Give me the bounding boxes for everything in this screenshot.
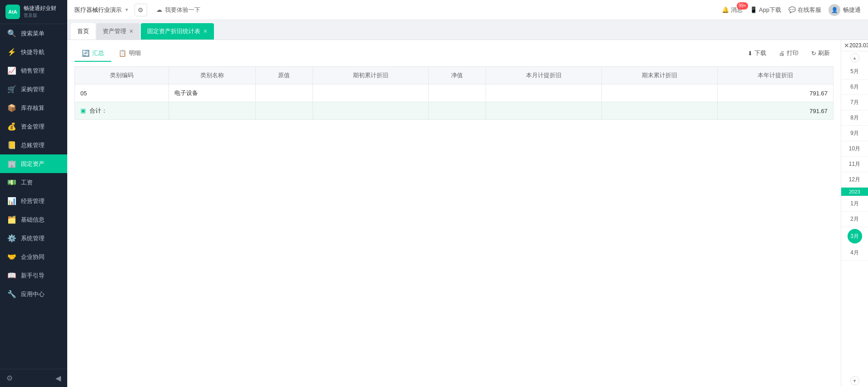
depreciation-table: 类别编码 类别名称 原值 期初累计折旧 净值 本月计提折旧 期末累计折旧 本年计… [74, 66, 833, 120]
tab-home[interactable]: 首页 [71, 23, 95, 40]
date-nav-up[interactable]: ▲ [841, 51, 868, 64]
topbar-right: 🔔 消息 99+ 📱 App下载 💬 在线客服 👤 畅捷通 [722, 4, 861, 16]
handshake-icon: 🤝 [7, 253, 16, 261]
sidebar-item-label: 资金管理 [21, 123, 45, 131]
date-month-3-container: 3月 [841, 227, 868, 245]
depreciation-tab-label: 固定资产折旧统计表 [147, 27, 200, 35]
app-download-button[interactable]: 📱 App下载 [750, 6, 781, 14]
sum-cell-icon: ▣ 合计： [75, 102, 169, 120]
app-name: 畅捷通好业财 [24, 5, 56, 12]
experience-button[interactable]: ☁ 我要体验一下 [153, 4, 204, 16]
down-arrow-icon[interactable]: ▼ [850, 376, 859, 385]
online-service-label: 在线客服 [798, 6, 821, 14]
tab-depreciation[interactable]: 固定资产折旧统计表 ✕ [141, 23, 214, 40]
phone-icon: 📱 [750, 6, 757, 13]
col-original: 原值 [255, 67, 312, 84]
date-month-2[interactable]: 2月 [841, 212, 868, 227]
notifications-badge: 99+ [737, 2, 748, 10]
col-name: 类别名称 [169, 67, 256, 84]
sub-tabs: 🔄 汇总 📋 明细 [74, 45, 148, 61]
sidebar-item-apps[interactable]: 🔧 应用中心 [0, 285, 67, 303]
sidebar-item-collab[interactable]: 🤝 企业协同 [0, 248, 67, 266]
date-panel-close-button[interactable]: ✕ [844, 42, 849, 49]
sub-tab-summary[interactable]: 🔄 汇总 [74, 45, 111, 62]
date-year-2023: 2023 [841, 188, 868, 196]
sidebar-item-funds[interactable]: 💰 资金管理 [0, 117, 67, 136]
sub-tab-detail-label: 明细 [129, 49, 141, 57]
date-month-8[interactable]: 8月 [841, 110, 868, 126]
tabsbar: 首页 资产管理 ✕ 固定资产折旧统计表 ✕ [67, 20, 868, 40]
sidebar-item-guide[interactable]: 📖 新手引导 [0, 266, 67, 285]
company-selector[interactable]: 医疗器械行业演示 ▼ [74, 6, 129, 14]
settings-button[interactable]: ⚙ [134, 4, 147, 16]
sidebar-item-inventory[interactable]: 📦 库存核算 [0, 99, 67, 117]
date-month-12[interactable]: 12月 [841, 172, 868, 188]
cloud-icon: ☁ [156, 6, 162, 13]
date-nav-down[interactable]: ▼ [841, 374, 868, 387]
sum-end-accum [602, 102, 718, 120]
sidebar-item-assets[interactable]: 🏢 固定资产 [0, 154, 67, 173]
sum-icon: ▣ [80, 107, 86, 114]
sidebar-item-label: 应用中心 [21, 290, 45, 298]
cell-name: 电子设备 [169, 84, 256, 102]
table-row: 05 电子设备 791.67 [75, 84, 833, 102]
col-net: 净值 [428, 67, 486, 84]
sidebar-item-payroll[interactable]: 💵 工资 [0, 173, 67, 192]
sidebar-item-label: 系统管理 [21, 234, 45, 243]
date-month-5[interactable]: 5月 [841, 64, 868, 79]
date-list: 5月 6月 7月 8月 9月 10月 11月 12月 2023 1月 2月 3月… [841, 64, 868, 374]
sidebar-item-quicknav[interactable]: ⚡ 快捷导航 [0, 43, 67, 61]
cell-net [428, 84, 486, 102]
sidebar-item-label: 总账管理 [21, 141, 45, 149]
download-button[interactable]: ⬇ 下载 [744, 47, 770, 59]
avatar: 👤 [828, 4, 840, 16]
sidebar-item-search[interactable]: 🔍 搜索菜单 [0, 24, 67, 43]
print-button[interactable]: 🖨 打印 [775, 47, 802, 59]
user-area[interactable]: 👤 畅捷通 [828, 4, 861, 16]
notifications-button[interactable]: 🔔 消息 99+ [722, 6, 743, 14]
company-name: 医疗器械行业演示 [74, 6, 122, 14]
sidebar-item-purchase[interactable]: 🛒 采购管理 [0, 80, 67, 99]
sum-annual: 791.67 [717, 102, 833, 120]
sidebar-item-system[interactable]: ⚙️ 系统管理 [0, 229, 67, 248]
sidebar-item-label: 基础信息 [21, 216, 45, 224]
sidebar-item-label: 库存核算 [21, 104, 45, 112]
sidebar-item-basic[interactable]: 🗂️ 基础信息 [0, 210, 67, 229]
sub-tab-detail[interactable]: 📋 明细 [111, 45, 148, 62]
date-panel: ✕ 2023.03 ⤢ ▲ 5月 6月 7月 8月 9月 10月 11月 12月… [841, 40, 868, 387]
guide-icon: 📖 [7, 271, 16, 280]
toolbar-actions: ⬇ 下载 🖨 打印 ↻ 刷新 [744, 47, 833, 59]
sidebar-item-sales[interactable]: 📈 销售管理 [0, 61, 67, 80]
date-month-1[interactable]: 1月 [841, 196, 868, 212]
cell-original [255, 84, 312, 102]
app-edition: 普及版 [24, 12, 56, 19]
online-service-button[interactable]: 💬 在线客服 [789, 6, 821, 14]
up-arrow-icon[interactable]: ▲ [850, 53, 859, 62]
search-icon: 🔍 [7, 29, 16, 38]
refresh-button[interactable]: ↻ 刷新 [808, 47, 833, 59]
date-month-7[interactable]: 7月 [841, 95, 868, 110]
sidebar-item-label: 销售管理 [21, 67, 45, 75]
tab-asset-mgmt[interactable]: 资产管理 ✕ [96, 23, 140, 40]
date-month-6[interactable]: 6月 [841, 79, 868, 95]
sidebar-item-operations[interactable]: 📊 经营管理 [0, 192, 67, 210]
date-month-10[interactable]: 10月 [841, 141, 868, 157]
sidebar-nav: 🔍 搜索菜单 ⚡ 快捷导航 📈 销售管理 🛒 采购管理 📦 库存核算 💰 资金管… [0, 24, 67, 369]
tab-close-icon[interactable]: ✕ [129, 28, 134, 35]
sidebar-item-label: 快捷导航 [21, 48, 45, 56]
sum-net [428, 102, 486, 120]
sidebar-item-ledger[interactable]: 📒 总账管理 [0, 136, 67, 154]
tab-close-active-icon[interactable]: ✕ [203, 28, 208, 35]
date-month-4[interactable]: 4月 [841, 245, 868, 261]
download-icon: ⬇ [748, 50, 753, 57]
col-init-accum: 期初累计折旧 [312, 67, 428, 84]
col-monthly: 本月计提折旧 [486, 67, 602, 84]
sidebar-item-label: 新手引导 [21, 272, 45, 280]
settings-footer-icon[interactable]: ⚙ [6, 374, 13, 382]
date-month-3-active[interactable]: 3月 [848, 229, 862, 243]
date-month-9[interactable]: 9月 [841, 126, 868, 141]
sidebar-item-label: 企业协同 [21, 253, 45, 261]
date-month-11[interactable]: 11月 [841, 157, 868, 172]
collapse-icon[interactable]: ◀ [55, 374, 61, 382]
col-code: 类别编码 [75, 67, 169, 84]
